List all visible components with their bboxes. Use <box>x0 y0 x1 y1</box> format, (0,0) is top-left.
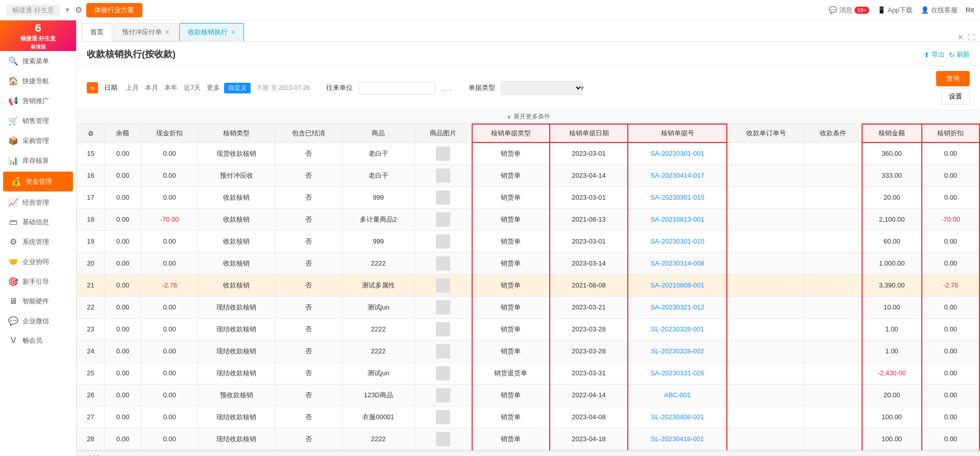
date-custom-btn[interactable]: 自定义 <box>224 83 251 93</box>
sidebar-item-marketing[interactable]: 📢 营销推广 <box>0 91 76 111</box>
bill-no-link[interactable]: SA-20230301-001 <box>650 150 704 157</box>
sidebar-item-inventory[interactable]: 📊 库存核算 <box>0 151 76 171</box>
cell-cash-discount: -70.00 <box>141 208 198 230</box>
tab-expand-icon[interactable]: ⛶ <box>968 33 975 41</box>
cell-verify-amount: 20.00 <box>862 384 922 406</box>
sidebar-item-vip[interactable]: V 畅会员 <box>0 331 76 350</box>
bill-no-link[interactable]: SL-20230418-001 <box>651 435 704 443</box>
bill-no-link[interactable]: SA-20230331-026 <box>650 369 704 377</box>
industry-btn[interactable]: 体验行业方案 <box>86 3 142 17</box>
sidebar-item-purchase[interactable]: 📦 采购管理 <box>0 131 76 151</box>
footer-verify-discount: 952.24 <box>944 454 975 457</box>
query-btn[interactable]: 查询 <box>936 71 970 86</box>
purchase-icon: 📦 <box>8 136 18 146</box>
cell-include-settled: 否 <box>275 230 342 252</box>
tab-prepay[interactable]: 预付冲应付单 ✕ <box>113 23 178 41</box>
cell-bill-type: 销货单 <box>472 296 550 318</box>
layout: 6 畅捷通·好生意 标准版 🔍 搜索菜单 🏠 快捷导航 📢 营销推广 🛒 销售管… <box>0 20 980 456</box>
table-container[interactable]: ⚙ 余额 现金折扣 核销类型 包含已结清 商品 商品图片 核销单据类型 核销单据… <box>77 124 980 456</box>
expand-more-btn[interactable]: ∨ 展开更多条件 <box>507 112 550 121</box>
sidebar-item-operation[interactable]: 📈 经营管理 <box>0 193 76 212</box>
tab-home-label: 首页 <box>90 28 104 37</box>
table-row: 24 0.00 0.00 现结收款核销 否 2222 销货单 2023-03-2… <box>77 340 980 362</box>
service-icon: 👤 <box>921 6 929 14</box>
date-btn-this-month[interactable]: 本月 <box>143 82 160 93</box>
bill-no-link[interactable]: SA-20230314-008 <box>650 259 704 267</box>
cell-bill-type: 销货单 <box>472 428 550 450</box>
cell-receipt-order <box>727 274 804 296</box>
settings-icon[interactable]: ⚙ <box>75 5 82 15</box>
page-header: 收款核销执行(按收款) ⬆ 导出 ↻ 刷新 <box>77 42 980 66</box>
home-icon: 🏠 <box>8 76 18 86</box>
bill-no-link[interactable]: SA-20210813-001 <box>650 215 704 223</box>
bill-no-link[interactable]: SA-20230301-010 <box>650 237 704 245</box>
cell-bill-no: SA-20210813-001 <box>628 208 727 230</box>
system-icon: ⚙ <box>8 237 18 247</box>
tab-receipt-close[interactable]: ✕ <box>231 29 235 36</box>
sidebar-item-sales[interactable]: 🛒 销售管理 <box>0 111 76 131</box>
cell-cash-discount: 0.00 <box>141 296 198 318</box>
sidebar-item-coop[interactable]: 🤝 企业协同 <box>0 252 76 272</box>
tab-home[interactable]: 首页 <box>82 23 112 41</box>
cell-receipt-cond <box>804 142 862 164</box>
sidebar-item-base[interactable]: 🗃 基础信息 <box>0 212 76 232</box>
bill-no-link[interactable]: SL-20230328-002 <box>651 347 704 355</box>
cell-bill-no: SA-20230314-008 <box>628 252 727 274</box>
date-btn-this-year[interactable]: 本年 <box>162 82 180 93</box>
bill-no-link[interactable]: SL-20230408-001 <box>651 413 704 421</box>
sidebar-item-guide[interactable]: 🎯 新手引导 <box>0 272 76 292</box>
bill-no-link[interactable]: SA-20230414-017 <box>650 172 704 179</box>
partner-input[interactable] <box>359 82 435 94</box>
refresh-btn[interactable]: ↻ 刷新 <box>949 50 970 59</box>
sidebar-item-nav[interactable]: 🏠 快捷导航 <box>0 71 76 91</box>
online-service-btn[interactable]: 👤 在线客服 <box>921 6 958 15</box>
bill-no-link[interactable]: SA-20230321-012 <box>650 303 704 311</box>
cell-verify-discount: 0.00 <box>922 164 979 186</box>
cell-bill-date: 2021-08-08 <box>550 274 628 296</box>
cell-balance: 0.00 <box>105 406 141 428</box>
date-btn-more[interactable]: 更多 <box>205 82 222 93</box>
col-verify-amount: 核销金额 <box>862 124 922 142</box>
sidebar-label-sales: 销售管理 <box>22 116 49 126</box>
cell-cash-discount: 0.00 <box>141 362 198 384</box>
dropdown-icon[interactable]: ▼ <box>64 6 71 14</box>
cell-verify-discount: 0.00 <box>922 186 979 208</box>
cell-goods-img <box>414 230 472 252</box>
sidebar-item-search[interactable]: 🔍 搜索菜单 <box>0 51 76 71</box>
cell-bill-no: SA-20210808-001 <box>628 274 727 296</box>
cell-bill-type: 销货单 <box>472 186 550 208</box>
col-gear[interactable]: ⚙ <box>77 124 105 142</box>
message-btn[interactable]: 💬 消息 99+ <box>829 6 869 15</box>
base-icon: 🗃 <box>8 218 18 227</box>
date-btn-7days[interactable]: 近7天 <box>182 82 203 93</box>
cell-bill-no: SA-20230414-017 <box>628 164 727 186</box>
setting-btn[interactable]: 设置 <box>941 88 970 105</box>
cell-receipt-cond <box>804 362 862 384</box>
sidebar-item-system[interactable]: ⚙ 系统管理 <box>0 232 76 252</box>
cell-balance: 0.00 <box>105 230 141 252</box>
sidebar-item-hardware[interactable]: 🖥 智能硬件 <box>0 292 76 311</box>
bill-no-link[interactable]: ABC-001 <box>664 391 691 399</box>
cell-bill-date: 2023-03-14 <box>550 252 628 274</box>
cell-verify-amount: 333.00 <box>862 164 922 186</box>
cell-goods: 2222 <box>342 340 414 362</box>
tab-close-all-icon[interactable]: ✕ <box>958 33 964 41</box>
sidebar-item-finance[interactable]: 💰 资金管理 <box>3 172 73 191</box>
cell-verify-discount: 0.00 <box>922 296 979 318</box>
cell-receipt-order <box>727 428 804 450</box>
cell-no: 21 <box>77 274 105 296</box>
bill-no-link[interactable]: SA-20230301-010 <box>650 194 704 201</box>
date-btn-last-month[interactable]: 上月 <box>124 82 141 93</box>
bill-type-select[interactable] <box>501 81 583 95</box>
cell-verify-discount: 0.00 <box>922 340 979 362</box>
bill-no-link[interactable]: SL-20230328-001 <box>651 325 704 333</box>
tab-prepay-close[interactable]: ✕ <box>165 29 169 36</box>
tab-receipt[interactable]: 收款核销执行 ✕ <box>179 23 244 41</box>
filter-expand-btn[interactable]: » <box>87 82 98 93</box>
sidebar-item-wechat[interactable]: 💬 企业微信 <box>0 311 76 331</box>
user-name: Rit <box>966 6 974 14</box>
bill-no-link[interactable]: SA-20210808-001 <box>650 281 704 289</box>
export-btn[interactable]: ⬆ 导出 <box>924 50 945 59</box>
app-download-btn[interactable]: 📱 App下载 <box>877 6 913 15</box>
cell-goods-img <box>414 318 472 340</box>
